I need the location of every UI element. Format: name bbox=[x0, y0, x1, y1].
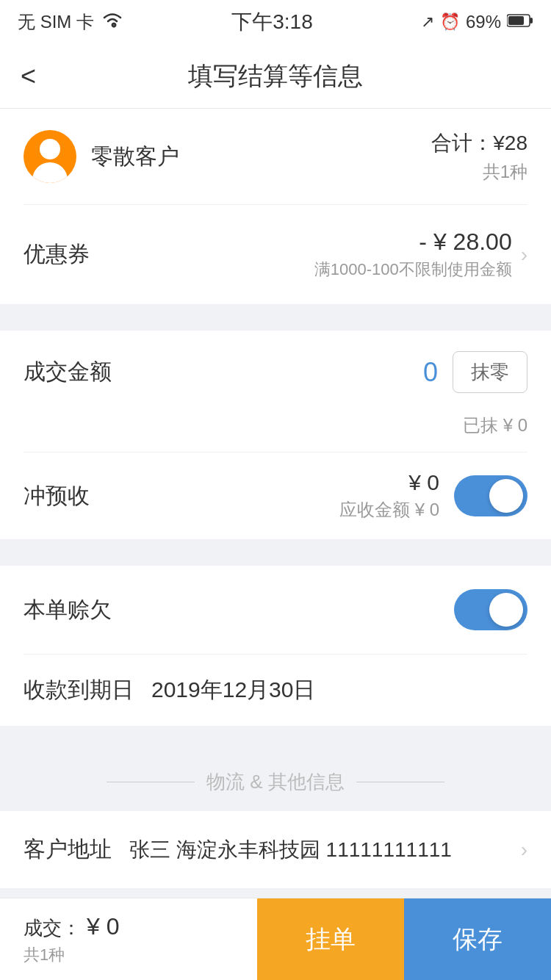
debt-section: 本单赊欠 收款到期日 2019年12月30日 bbox=[0, 566, 551, 726]
bottom-count: 共1种 bbox=[24, 944, 234, 966]
header-line-left bbox=[107, 782, 195, 782]
content: 零散客户 合计：¥28 共1种 优惠券 - ¥ 28.00 满1000-100不… bbox=[0, 109, 551, 980]
header-line-right bbox=[356, 782, 444, 782]
svg-rect-2 bbox=[508, 16, 524, 25]
bottom-amount-label: 成交： bbox=[24, 915, 81, 941]
nav-bar: < 填写结算等信息 bbox=[0, 44, 551, 109]
logistics-label: 物流 & 其他信息 bbox=[206, 769, 345, 795]
gray-separator-2 bbox=[0, 551, 551, 566]
bottom-info: 成交： ¥ 0 共1种 bbox=[0, 913, 257, 966]
due-date-label: 收款到期日 bbox=[24, 675, 134, 705]
coupon-row[interactable]: 优惠券 - ¥ 28.00 满1000-100不限制使用金额 › bbox=[0, 205, 551, 304]
coupon-chevron-right-icon: › bbox=[521, 243, 527, 267]
erase-button[interactable]: 抹零 bbox=[453, 351, 527, 393]
status-left: 无 SIM 卡 bbox=[18, 10, 123, 34]
transaction-amount-row: 成交金额 0 抹零 bbox=[0, 331, 551, 414]
prereceive-toggle[interactable] bbox=[454, 475, 527, 516]
bottom-amount-value: ¥ 0 bbox=[87, 913, 119, 940]
sim-label: 无 SIM 卡 bbox=[18, 10, 94, 34]
battery-icon bbox=[507, 12, 533, 32]
gray-separator-1 bbox=[0, 316, 551, 331]
prereceive-right: ¥ 0 应收金额 ¥ 0 bbox=[339, 470, 527, 522]
address-label: 客户地址 bbox=[24, 835, 112, 865]
erased-label: 已抹 ¥ 0 bbox=[0, 414, 551, 452]
gray-separator-3 bbox=[0, 738, 551, 752]
address-section: 客户地址 张三 海淀永丰科技园 11111111111 › bbox=[0, 811, 551, 888]
bottom-bar: 成交： ¥ 0 共1种 挂单 保存 bbox=[0, 898, 551, 980]
debt-label: 本单赊欠 bbox=[24, 595, 112, 625]
address-chevron-right-icon: › bbox=[521, 838, 527, 862]
total-count: 共1种 bbox=[431, 160, 527, 184]
avatar bbox=[24, 130, 76, 183]
coupon-label: 优惠券 bbox=[24, 239, 90, 270]
debt-toggle-knob bbox=[489, 593, 523, 627]
page-title: 填写结算等信息 bbox=[188, 60, 363, 93]
coupon-discount: - ¥ 28.00 bbox=[314, 228, 512, 256]
customer-name: 零散客户 bbox=[91, 142, 179, 172]
due-date-value: 2019年12月30日 bbox=[151, 675, 315, 705]
debt-row: 本单赊欠 bbox=[0, 566, 551, 654]
location-icon: ↗ bbox=[421, 12, 434, 32]
prereceive-row: 冲预收 ¥ 0 应收金额 ¥ 0 bbox=[0, 453, 551, 539]
save-button-label: 保存 bbox=[453, 923, 503, 956]
customer-row: 零散客户 合计：¥28 共1种 bbox=[0, 109, 551, 204]
toggle-knob bbox=[489, 479, 523, 513]
wifi-icon bbox=[101, 12, 123, 32]
prereceive-amount-block: ¥ 0 应收金额 ¥ 0 bbox=[339, 470, 439, 522]
avatar-head bbox=[40, 139, 60, 159]
coupon-description: 满1000-100不限制使用金额 bbox=[314, 259, 512, 281]
debt-toggle[interactable] bbox=[454, 589, 527, 630]
customer-total: 合计：¥28 共1种 bbox=[431, 129, 527, 184]
battery-label: 69% bbox=[466, 12, 501, 32]
back-button[interactable]: < bbox=[21, 61, 36, 92]
prereceive-sub: 应收金额 ¥ 0 bbox=[339, 498, 439, 522]
transaction-label: 成交金额 bbox=[24, 357, 112, 387]
status-bar: 无 SIM 卡 下午3:18 ↗ ⏰ 69% bbox=[0, 0, 551, 44]
avatar-body bbox=[32, 162, 68, 183]
coupon-right: - ¥ 28.00 满1000-100不限制使用金额 › bbox=[314, 228, 527, 281]
transaction-section: 成交金额 0 抹零 已抹 ¥ 0 冲预收 ¥ 0 应收金额 ¥ 0 bbox=[0, 331, 551, 539]
total-amount: 合计：¥28 bbox=[431, 129, 527, 157]
hold-button-label: 挂单 bbox=[306, 923, 356, 956]
customer-left: 零散客户 bbox=[24, 130, 179, 183]
address-value: 张三 海淀永丰科技园 11111111111 bbox=[129, 836, 521, 864]
transaction-right: 0 抹零 bbox=[408, 351, 527, 393]
prereceive-amount: ¥ 0 bbox=[339, 470, 439, 495]
hold-button[interactable]: 挂单 bbox=[257, 898, 404, 981]
logistics-header: 物流 & 其他信息 bbox=[0, 752, 551, 811]
address-row[interactable]: 客户地址 张三 海淀永丰科技园 11111111111 › bbox=[0, 811, 551, 888]
customer-section: 零散客户 合计：¥28 共1种 优惠券 - ¥ 28.00 满1000-100不… bbox=[0, 109, 551, 304]
due-date-row[interactable]: 收款到期日 2019年12月30日 bbox=[0, 655, 551, 726]
status-time: 下午3:18 bbox=[231, 8, 313, 36]
prereceive-label: 冲预收 bbox=[24, 481, 90, 511]
save-button[interactable]: 保存 bbox=[404, 898, 551, 981]
svg-rect-1 bbox=[530, 18, 533, 24]
bottom-amount-row: 成交： ¥ 0 bbox=[24, 913, 234, 941]
transaction-amount-input[interactable]: 0 bbox=[408, 357, 438, 388]
status-right: ↗ ⏰ 69% bbox=[421, 12, 533, 32]
coupon-value-block: - ¥ 28.00 满1000-100不限制使用金额 bbox=[314, 228, 512, 281]
alarm-icon: ⏰ bbox=[440, 12, 460, 32]
logistics-header-text: 物流 & 其他信息 bbox=[107, 769, 444, 795]
